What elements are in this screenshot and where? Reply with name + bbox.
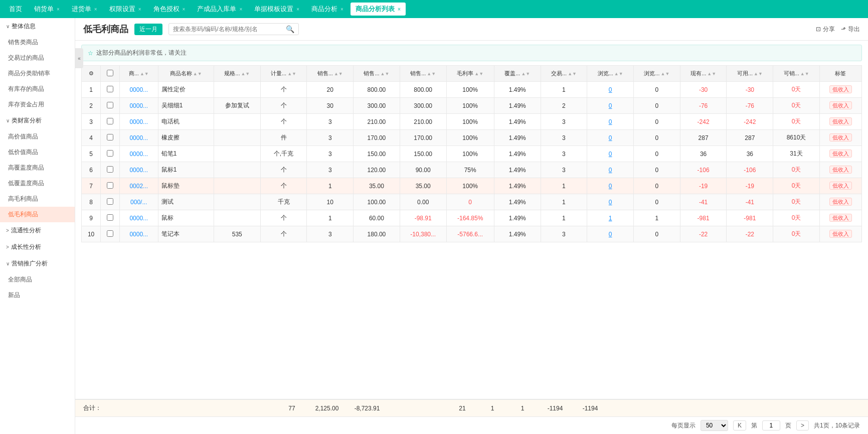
content-header: 低毛利商品 近一月 🔍 ⊡ 分享 ⬏ 导出 xyxy=(75,18,868,41)
row-checkbox-9[interactable] xyxy=(107,214,113,221)
cell-sales-price: 170.00 xyxy=(354,130,400,146)
page-size-select[interactable]: 50 20 100 xyxy=(701,420,728,431)
row-checkbox-2[interactable] xyxy=(107,102,113,108)
cell-browse2: 0 xyxy=(634,98,680,114)
sidebar-group-liquidity-arrow: > xyxy=(6,228,9,233)
cell-transaction: 1 xyxy=(541,194,587,210)
cell-checkbox[interactable] xyxy=(101,82,120,98)
sidebar-group-wealth-analysis[interactable]: ∨ 类财富分析 xyxy=(0,112,75,129)
col-name: 商品名称▲▼ xyxy=(158,66,214,82)
sidebar-item-in-stock-products[interactable]: 有库存的商品 xyxy=(0,81,75,97)
page-number-input[interactable] xyxy=(762,420,780,430)
row-checkbox-7[interactable] xyxy=(107,182,113,189)
nav-purchase-order[interactable]: 进货单 × xyxy=(67,3,102,16)
cell-spec xyxy=(214,162,260,178)
nav-template-settings[interactable]: 单据模板设置 × xyxy=(249,3,304,16)
sidebar-item-high-coverage[interactable]: 高覆盖度商品 xyxy=(0,160,75,176)
cell-checkbox[interactable] xyxy=(101,114,120,130)
cell-browse1[interactable]: 0 xyxy=(587,226,634,242)
nav-sales-order[interactable]: 销货单 × xyxy=(29,3,65,16)
nav-close-sales-order[interactable]: × xyxy=(57,7,60,12)
nav-close-product-analysis-list[interactable]: × xyxy=(398,7,401,12)
nav-close-purchase-order[interactable]: × xyxy=(94,7,97,12)
row-checkbox-8[interactable] xyxy=(107,198,113,205)
export-button[interactable]: ⬏ 导出 xyxy=(841,25,860,34)
cell-current-stock: -242 xyxy=(680,114,727,130)
nav-close-role-auth[interactable]: × xyxy=(183,7,186,12)
col-settings[interactable]: ⚙ xyxy=(82,66,101,82)
cell-checkbox[interactable] xyxy=(101,178,120,194)
cell-current-stock: -106 xyxy=(680,162,727,178)
sidebar-item-stock-capital[interactable]: 库存资金占用 xyxy=(0,97,75,112)
cell-checkbox[interactable] xyxy=(101,146,120,162)
nav-close-product-analysis[interactable]: × xyxy=(340,7,343,12)
sidebar-item-new-products[interactable]: 新品 xyxy=(0,287,75,303)
sidebar-item-all-products[interactable]: 全部商品 xyxy=(0,272,75,287)
cell-spec xyxy=(214,210,260,226)
col-checkbox[interactable] xyxy=(101,66,120,82)
cell-browse1[interactable]: 0 xyxy=(587,146,634,162)
nav-close-template-settings[interactable]: × xyxy=(296,7,299,12)
sidebar-group-growth-arrow: > xyxy=(6,244,9,250)
cell-checkbox[interactable] xyxy=(101,98,120,114)
cell-browse1[interactable]: 0 xyxy=(587,114,634,130)
time-filter-button[interactable]: 近一月 xyxy=(134,24,162,35)
first-page-button[interactable]: K xyxy=(733,420,746,430)
row-checkbox-10[interactable] xyxy=(107,230,113,237)
sidebar-item-low-coverage[interactable]: 低覆盖度商品 xyxy=(0,176,75,191)
row-checkbox-1[interactable] xyxy=(107,86,113,92)
cell-checkbox[interactable] xyxy=(101,210,120,226)
nav-close-permission-settings[interactable]: × xyxy=(138,7,141,12)
cell-checkbox[interactable] xyxy=(101,162,120,178)
cell-spec: 参加复试 xyxy=(214,98,260,114)
sidebar-collapse-button[interactable]: « xyxy=(75,48,83,68)
sidebar-group-overall[interactable]: ∨ 整体信息 xyxy=(0,18,75,35)
search-icon[interactable]: 🔍 xyxy=(286,25,294,33)
cell-checkbox[interactable] xyxy=(101,130,120,146)
cell-browse1[interactable]: 0 xyxy=(587,162,634,178)
select-all-checkbox[interactable] xyxy=(107,70,113,76)
cell-browse1[interactable]: 0 xyxy=(587,178,634,194)
cell-browse1[interactable]: 0 xyxy=(587,194,634,210)
sidebar-group-marketing[interactable]: ∨ 营销推广分析 xyxy=(0,255,75,272)
search-input[interactable] xyxy=(173,26,283,33)
cell-browse2: 0 xyxy=(634,146,680,162)
cell-browse1[interactable]: 0 xyxy=(587,82,634,98)
nav-home[interactable]: 首页 xyxy=(4,3,27,16)
nav-product-analysis-list[interactable]: 商品分析列表 × xyxy=(351,3,406,16)
cell-coverage: 1.49% xyxy=(494,130,541,146)
sidebar-item-sales-products[interactable]: 销售类商品 xyxy=(0,35,75,50)
nav-role-auth[interactable]: 角色授权 × xyxy=(148,3,191,16)
cell-coverage: 1.49% xyxy=(494,82,541,98)
sidebar-item-high-margin[interactable]: 高毛利商品 xyxy=(0,191,75,207)
row-checkbox-6[interactable] xyxy=(107,166,113,173)
sidebar-item-high-value[interactable]: 高价值商品 xyxy=(0,129,75,144)
cell-browse1[interactable]: 0 xyxy=(587,98,634,114)
cell-saleable: 0天 xyxy=(773,178,820,194)
sidebar-group-growth[interactable]: > 成长性分析 xyxy=(0,239,75,255)
share-button[interactable]: ⊡ 分享 xyxy=(816,25,835,34)
cell-saleable: 0天 xyxy=(773,114,820,130)
tag-badge: 低收入 xyxy=(829,117,852,125)
next-page-button[interactable]: > xyxy=(796,420,809,430)
sidebar-group-liquidity[interactable]: > 流通性分析 xyxy=(0,222,75,239)
cell-checkbox[interactable] xyxy=(101,194,120,210)
cell-browse1[interactable]: 1 xyxy=(587,210,634,226)
cell-checkbox[interactable] xyxy=(101,226,120,242)
sidebar-item-low-margin[interactable]: 低毛利商品 xyxy=(0,207,75,222)
table-row: 3 0000... 电话机 个 3 210.00 210.00 100% 1.4… xyxy=(82,114,862,130)
cell-browse1[interactable]: 0 xyxy=(587,130,634,146)
nav-close-product-instock[interactable]: × xyxy=(239,7,242,12)
sidebar-item-low-value[interactable]: 低价值商品 xyxy=(0,144,75,160)
nav-product-analysis[interactable]: 商品分析 × xyxy=(306,3,349,16)
sidebar-item-category-sales-rate[interactable]: 商品分类助销率 xyxy=(0,66,75,81)
row-checkbox-5[interactable] xyxy=(107,150,113,157)
nav-product-instock[interactable]: 产成品入库单 × xyxy=(192,3,247,16)
nav-permission-settings[interactable]: 权限设置 × xyxy=(104,3,146,16)
row-checkbox-3[interactable] xyxy=(107,118,113,124)
row-checkbox-4[interactable] xyxy=(107,134,113,140)
sidebar-item-traded-products[interactable]: 交易过的商品 xyxy=(0,50,75,66)
cell-sales-amount: 800.00 xyxy=(400,82,446,98)
cell-saleable: 0天 xyxy=(773,162,820,178)
cell-code: 0002... xyxy=(119,178,158,194)
